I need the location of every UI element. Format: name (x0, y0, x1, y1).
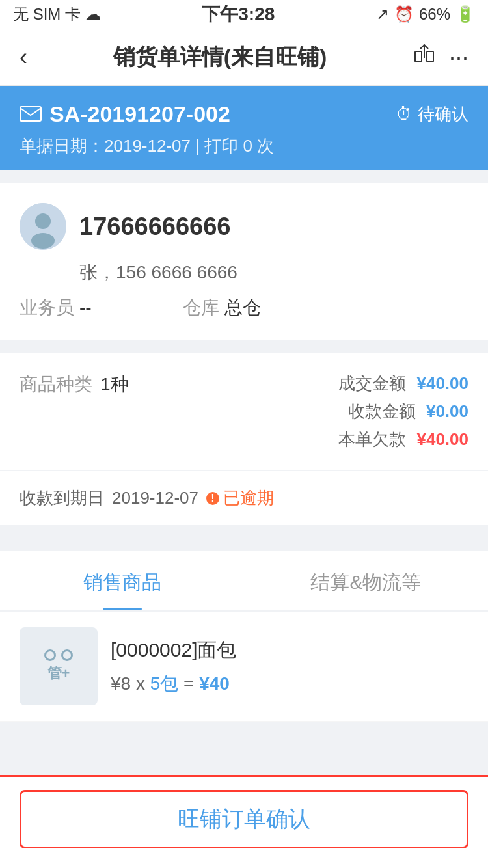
product-type-value: 1种 (100, 372, 129, 397)
amount-row-3: 本单欠款 ¥40.00 (251, 428, 468, 451)
sim-status: 无 SIM 卡 ☁ (13, 4, 101, 25)
svg-rect-0 (415, 51, 422, 62)
order-id-container: SA-20191207-002 (20, 102, 230, 127)
battery-icon: 🔋 (455, 5, 475, 23)
owl-eye-right (61, 649, 73, 661)
owl-eye-left (44, 649, 56, 661)
product-info: [0000002]面包 ¥8 x 5包 = ¥40 (111, 637, 468, 696)
nav-actions: ··· (413, 42, 468, 72)
warehouse-label: 仓库 (183, 295, 219, 320)
product-price: ¥8 x 5包 = ¥40 (111, 671, 468, 696)
equals: = (178, 673, 199, 694)
amount-value-2: ¥0.00 (426, 401, 468, 422)
svg-rect-1 (427, 51, 433, 62)
summary-amounts: 成交金额 ¥40.00 收款金额 ¥0.00 本单欠款 ¥40.00 (251, 372, 468, 451)
order-icon (20, 102, 42, 127)
tab-products[interactable]: 销售商品 (0, 551, 244, 610)
amount-value-1: ¥40.00 (416, 373, 468, 394)
total-price: ¥40 (199, 673, 230, 694)
due-date-label: 收款到期日 (20, 487, 104, 509)
customer-phone: 17666666666 (79, 213, 230, 241)
quantity: 5包 (150, 673, 179, 694)
avatar (20, 203, 66, 250)
status-right: ↗ ⏰ 66% 🔋 (376, 5, 475, 23)
status-bar: 无 SIM 卡 ☁ 下午3:28 ↗ ⏰ 66% 🔋 (0, 0, 488, 29)
customer-meta: 业务员 -- 仓库 总仓 (20, 295, 468, 320)
product-item: 管+ [0000002]面包 ¥8 x 5包 = ¥40 (0, 612, 488, 722)
svg-point-6 (31, 233, 55, 249)
amount-row-1: 成交金额 ¥40.00 (251, 372, 468, 395)
tab-settlement[interactable]: 结算&物流等 (244, 551, 488, 610)
confirm-btn-container: 旺铺订单确认 (0, 775, 488, 868)
page-title: 销货单详情(来自旺铺) (113, 42, 327, 72)
share-button[interactable] (413, 42, 436, 72)
alarm-icon: ⏰ (394, 5, 414, 23)
confirm-order-button[interactable]: 旺铺订单确认 (20, 790, 468, 848)
status-clock-icon: ⏱ (396, 104, 413, 124)
product-type-label: 商品种类 (20, 372, 92, 397)
order-status: ⏱ 待确认 (396, 103, 468, 126)
customer-name: 张，156 6666 6666 (20, 260, 468, 285)
divider-1 (0, 340, 488, 353)
amount-label-1: 成交金额 (338, 372, 406, 395)
overdue-icon: ! (206, 492, 219, 505)
amount-label-3: 本单欠款 (338, 428, 406, 451)
location-icon: ↗ (376, 5, 389, 23)
order-header: SA-20191207-002 ⏱ 待确认 单据日期：2019-12-07 | … (0, 86, 488, 170)
product-title: 面包 (197, 639, 236, 660)
order-id-text: SA-20191207-002 (49, 102, 230, 127)
status-left: 无 SIM 卡 ☁ (13, 4, 101, 25)
unit-price: ¥8 x (111, 673, 150, 694)
order-date: 单据日期：2019-12-07 | 打印 0 次 (20, 135, 468, 157)
divider-2 (0, 525, 488, 538)
brand-text: 管+ (47, 664, 70, 683)
overdue-badge: ! 已逾期 (206, 487, 274, 509)
status-time: 下午3:28 (202, 2, 275, 27)
amount-label-2: 收款金额 (348, 400, 416, 423)
salesperson-value: -- (79, 297, 92, 318)
salesperson-label: 业务员 (20, 295, 74, 320)
more-button[interactable]: ··· (449, 44, 468, 71)
warehouse-value: 总仓 (224, 295, 261, 320)
amount-row-2: 收款金额 ¥0.00 (251, 400, 468, 423)
order-status-text: 待确认 (418, 103, 468, 126)
svg-rect-3 (20, 107, 41, 121)
summary-card: 商品种类 1种 成交金额 ¥40.00 收款金额 ¥0.00 本单欠款 ¥40.… (0, 353, 488, 470)
product-name: [0000002]面包 (111, 637, 468, 664)
due-date-value: 2019-12-07 (112, 488, 198, 508)
customer-card: 17666666666 张，156 6666 6666 业务员 -- 仓库 总仓 (0, 183, 488, 340)
tabs-container: 销售商品 结算&物流等 (0, 551, 488, 612)
nav-bar: ‹ 销货单详情(来自旺铺) ··· (0, 29, 488, 86)
amount-value-3: ¥40.00 (416, 429, 468, 450)
due-date-card: 收款到期日 2019-12-07 ! 已逾期 (0, 470, 488, 525)
brand-logo: 管+ (44, 649, 73, 683)
overdue-text: 已逾期 (223, 487, 274, 509)
product-image: 管+ (20, 627, 98, 705)
battery-level: 66% (419, 5, 450, 23)
product-list: 管+ [0000002]面包 ¥8 x 5包 = ¥40 (0, 612, 488, 722)
product-code: [0000002] (111, 639, 197, 660)
svg-point-5 (35, 213, 51, 229)
back-button[interactable]: ‹ (20, 44, 27, 71)
